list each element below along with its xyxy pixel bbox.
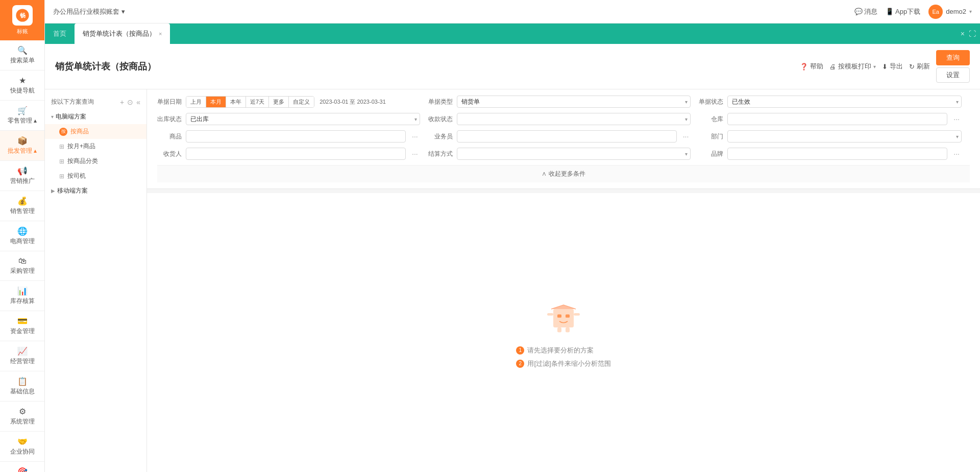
scheme-by-goods-icon: 按	[59, 128, 67, 136]
sidebar-item-basic-info[interactable]: 📋 基础信息	[0, 371, 44, 402]
logo-text: 标账	[17, 28, 28, 35]
refresh-button[interactable]: ↻ 刷新	[909, 62, 930, 71]
app-download-label: App下载	[895, 8, 920, 15]
sidebar-item-finance[interactable]: 💳 资金管理	[0, 311, 44, 341]
payment-select[interactable]	[457, 113, 691, 125]
date-range-display: 2023-03-01 至 2023-03-31	[320, 98, 386, 106]
settlement-select[interactable]	[457, 148, 691, 160]
scheme-category-label: 按商品分类	[67, 157, 98, 166]
docstatus-select[interactable]: 已生效	[727, 96, 962, 108]
tab-home[interactable]: 首页	[45, 23, 75, 44]
left-panel-title: 按以下方案查询	[51, 98, 94, 106]
filter-col-brand: 品牌 ···	[699, 148, 970, 160]
sales-icon: 💰	[2, 196, 42, 206]
period-btn-more[interactable]: 更多	[269, 97, 289, 107]
sidebar-item-ecommerce[interactable]: 🌐 电商管理	[0, 221, 44, 251]
sidebar-item-retail[interactable]: 🛒 零售管理 ▴	[0, 101, 44, 131]
marketing-icon: 📢	[2, 166, 42, 176]
window-maximize-icon[interactable]: ⛶	[969, 30, 976, 38]
page-header: 销货单统计表（按商品） ❓ 帮助 🖨 按模板打印 ▾ ⬇ 导出 ↻ 刷新	[45, 44, 980, 89]
sidebar-item-purchase[interactable]: 🛍 采购管理	[0, 251, 44, 281]
doctype-select[interactable]: 销货单	[457, 96, 691, 108]
app-download-button[interactable]: 📱 App下载	[886, 7, 920, 16]
sidebar-item-sales[interactable]: 💰 销售管理	[0, 191, 44, 221]
department-select[interactable]	[727, 130, 962, 143]
scheme-item-by-month-goods[interactable]: ⊞ 按月+商品	[45, 139, 146, 154]
top-bar-right: 💬 消息 📱 App下载 Ea demo2 ▾	[854, 5, 972, 19]
sidebar-item-guide[interactable]: 🎯 新手引导	[0, 462, 44, 472]
svg-rect-7	[557, 327, 561, 333]
user-name[interactable]: demo2	[946, 8, 966, 15]
sidebar-item-quick-nav[interactable]: ★ 快捷导航	[0, 70, 44, 101]
filter-col-docstatus: 单据状态 已生效 ▾	[699, 96, 970, 108]
mobile-group-label: 移动端方案	[57, 186, 88, 195]
main-area: 办公用品行业模拟账套 ▾ 💬 消息 📱 App下载 Ea demo2 ▾	[45, 0, 980, 472]
settings-scheme-icon[interactable]: ⊙	[127, 98, 133, 106]
filter-col-warehouse: 仓库 ···	[699, 113, 970, 125]
filter-col-outstatus: 出库状态 已出库 ▾	[157, 113, 428, 125]
consignee-input[interactable]	[186, 148, 406, 160]
finance-icon: 💳	[2, 316, 42, 326]
scheme-group-pc-title[interactable]: ▾ 电脑端方案	[45, 109, 146, 124]
date-period-selector: 上月 本月 本年 近7天 更多 自定义	[186, 96, 314, 108]
sidebar-item-enterprise[interactable]: 🤝 企业协同	[0, 432, 44, 462]
goods-input[interactable]	[186, 130, 406, 143]
scheme-month-goods-label: 按月+商品	[67, 142, 95, 151]
query-button[interactable]: 查询	[936, 50, 970, 65]
refresh-label: 刷新	[917, 62, 930, 71]
sidebar-item-search-menu[interactable]: 🔍 搜索菜单	[0, 40, 44, 70]
period-btn-this-year[interactable]: 本年	[226, 97, 246, 107]
left-panel: 按以下方案查询 + ⊙ « ▾ 电脑端方案 按 按商品	[45, 89, 147, 472]
sidebar-marketing-label: 营销推广	[10, 177, 35, 184]
sidebar-item-system[interactable]: ⚙ 系统管理	[0, 402, 44, 432]
brand-dots-icon[interactable]: ···	[951, 150, 962, 158]
salesman-dots-icon[interactable]: ···	[681, 132, 691, 140]
salesman-input[interactable]	[457, 130, 677, 143]
collapse-panel-icon[interactable]: «	[136, 98, 140, 106]
scheme-category-icon: ⊞	[59, 158, 64, 165]
user-dropdown-icon[interactable]: ▾	[969, 9, 972, 14]
docstatus-label: 单据状态	[699, 98, 723, 106]
warehouse-input[interactable]	[727, 113, 947, 125]
brand-input[interactable]	[727, 148, 947, 160]
sidebar-item-inventory[interactable]: 📊 库存核算	[0, 281, 44, 311]
add-scheme-icon[interactable]: +	[120, 98, 124, 106]
export-button[interactable]: ⬇ 导出	[882, 62, 903, 71]
tab-home-label: 首页	[53, 29, 66, 38]
print-dropdown-icon[interactable]: ▾	[873, 64, 876, 69]
print-button[interactable]: 🖨 按模板打印 ▾	[829, 62, 876, 71]
sidebar-item-marketing[interactable]: 📢 营销推广	[0, 161, 44, 191]
tab-sales-statistics[interactable]: 销货单统计表（按商品） ×	[75, 23, 170, 44]
period-btn-last-month[interactable]: 上月	[186, 97, 206, 107]
industry-selector[interactable]: 办公用品行业模拟账套 ▾	[53, 7, 125, 16]
tab-close-icon[interactable]: ×	[159, 31, 162, 37]
filter-date-value: 上月 本月 本年 近7天 更多 自定义 2023-03-01 至 2023-03…	[186, 96, 420, 108]
svg-rect-5	[547, 313, 553, 316]
scheme-item-by-goods[interactable]: 按 按商品	[45, 124, 146, 139]
panel-header-icons: + ⊙ «	[120, 98, 140, 106]
docstatus-select-wrapper: 已生效 ▾	[727, 96, 962, 108]
enterprise-icon: 🤝	[2, 437, 42, 446]
consignee-dots-icon[interactable]: ···	[410, 150, 420, 158]
period-btn-7days[interactable]: 近7天	[246, 97, 269, 107]
period-btn-this-month[interactable]: 本月	[206, 97, 226, 107]
filter-col-doctype: 单据类型 销货单 ▾	[428, 96, 699, 108]
outstatus-select[interactable]: 已出库	[186, 113, 420, 125]
warehouse-dots-icon[interactable]: ···	[951, 115, 962, 123]
scheme-item-by-driver[interactable]: ⊞ 按司机	[45, 169, 146, 183]
window-close-icon[interactable]: ×	[961, 30, 965, 38]
period-btn-custom[interactable]: 自定义	[289, 97, 314, 107]
goods-dots-icon[interactable]: ···	[410, 132, 420, 140]
help-button[interactable]: ❓ 帮助	[800, 62, 823, 71]
salesman-label: 业务员	[428, 132, 453, 141]
sidebar-finance-label: 资金管理	[10, 327, 35, 335]
collapse-label: ∧ 收起更多条件	[542, 170, 585, 177]
sidebar-item-operations[interactable]: 📈 经营管理	[0, 341, 44, 371]
chevron-down-icon: ▾	[51, 114, 54, 120]
collapse-conditions-button[interactable]: ∧ 收起更多条件	[157, 165, 970, 182]
message-button[interactable]: 💬 消息	[854, 7, 878, 16]
scheme-item-by-category[interactable]: ⊞ 按商品分类	[45, 154, 146, 169]
sidebar-item-wholesale[interactable]: 📦 批发管理 ▴	[0, 131, 44, 161]
scheme-group-mobile-title[interactable]: ▶ 移动端方案	[45, 183, 146, 198]
settings-button[interactable]: 设置	[936, 67, 970, 83]
